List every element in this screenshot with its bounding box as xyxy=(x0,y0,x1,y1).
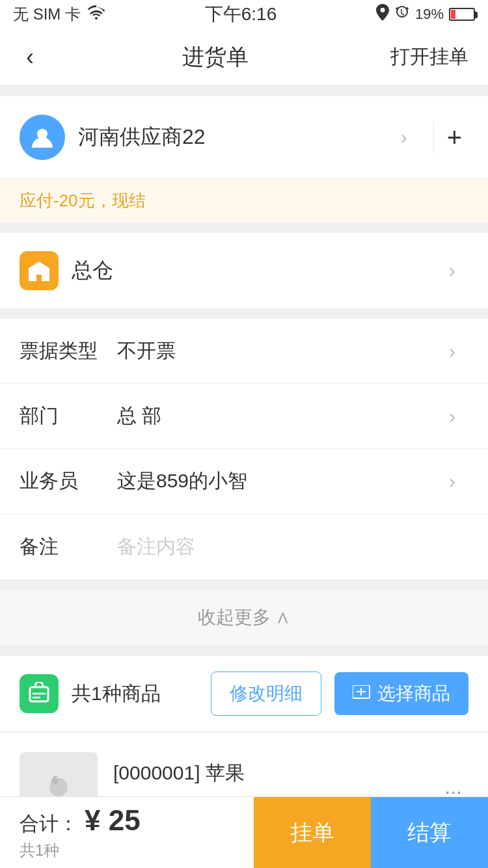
open-hang-button[interactable]: 打开挂单 xyxy=(390,44,468,70)
alarm-icon xyxy=(394,5,410,24)
supplier-name: 河南供应商22 xyxy=(78,123,401,152)
invoice-chevron-icon: › xyxy=(449,340,455,362)
form-section: 票据类型 不开票 › 部门 总 部 › 业务员 这是859的小智 › 备注 备注… xyxy=(0,319,488,579)
staff-chevron-icon: › xyxy=(449,470,455,493)
dept-value: 总 部 xyxy=(111,403,449,429)
status-left: 无 SIM 卡 xyxy=(13,4,105,25)
supplier-row[interactable]: 河南供应商22 › + xyxy=(0,96,488,179)
invoice-value: 不开票 xyxy=(111,338,449,364)
total-sub: 共1种 xyxy=(20,840,234,861)
total-main: 合计： ¥ 25 xyxy=(20,804,234,837)
dept-chevron-icon: › xyxy=(449,405,455,427)
total-area: 合计： ¥ 25 共1种 xyxy=(0,804,254,861)
staff-label: 业务员 xyxy=(20,468,111,495)
add-supplier-button[interactable]: + xyxy=(441,123,468,152)
dept-row[interactable]: 部门 总 部 › xyxy=(0,384,488,449)
invoice-label: 票据类型 xyxy=(20,338,111,364)
products-header: 共1种商品 修改明细 选择商品 xyxy=(0,656,488,731)
supplier-notice: 应付-20元，现结 xyxy=(0,179,488,223)
divider xyxy=(433,121,434,154)
supplier-section: 河南供应商22 › + 应付-20元，现结 xyxy=(0,96,488,223)
staff-row[interactable]: 业务员 这是859的小智 › xyxy=(0,449,488,514)
invoice-row[interactable]: 票据类型 不开票 › xyxy=(0,319,488,384)
warehouse-icon xyxy=(20,251,59,290)
supplier-chevron-icon: › xyxy=(401,126,407,148)
dept-label: 部门 xyxy=(20,403,111,429)
status-bar: 无 SIM 卡 下午6:16 19% xyxy=(0,0,488,29)
hang-button[interactable]: 挂单 xyxy=(254,797,371,869)
wifi-icon xyxy=(87,5,105,23)
checkout-button[interactable]: 结算 xyxy=(371,797,488,869)
total-label: 合计： xyxy=(20,811,78,837)
warehouse-row[interactable]: 总仓 › xyxy=(0,233,488,308)
supplier-avatar xyxy=(20,115,65,160)
products-count: 共1种商品 xyxy=(72,681,198,707)
products-icon xyxy=(20,674,59,713)
product-name: [0000001] 苹果 xyxy=(113,760,422,787)
bottom-bar: 合计： ¥ 25 共1种 挂单 结算 xyxy=(0,796,488,868)
carrier-label: 无 SIM 卡 xyxy=(13,4,81,25)
battery-percent: 19% xyxy=(415,6,444,23)
nav-bar: ‹ 进货单 打开挂单 xyxy=(0,29,488,86)
staff-value: 这是859的小智 xyxy=(111,468,449,495)
product-code: [0000001] xyxy=(113,762,200,783)
total-amount: ¥ 25 xyxy=(85,804,141,837)
product-title: 苹果 xyxy=(206,762,245,783)
remark-input[interactable]: 备注内容 xyxy=(111,534,468,560)
page-title: 进货单 xyxy=(182,42,249,72)
warehouse-name: 总仓 xyxy=(72,256,449,285)
warehouse-chevron-icon: › xyxy=(449,260,455,282)
remark-row[interactable]: 备注 备注内容 xyxy=(0,514,488,579)
status-time: 下午6:16 xyxy=(205,2,277,27)
select-product-button[interactable]: 选择商品 xyxy=(334,672,468,715)
battery-icon xyxy=(449,8,475,21)
collapse-bar[interactable]: 收起更多 ∧ xyxy=(0,590,488,645)
svg-point-4 xyxy=(51,778,58,784)
location-icon xyxy=(376,4,389,25)
select-product-label: 选择商品 xyxy=(377,681,450,706)
remark-label: 备注 xyxy=(20,534,111,560)
status-right: 19% xyxy=(376,4,475,25)
edit-detail-button[interactable]: 修改明细 xyxy=(211,671,321,716)
back-button[interactable]: ‹ xyxy=(20,37,40,77)
